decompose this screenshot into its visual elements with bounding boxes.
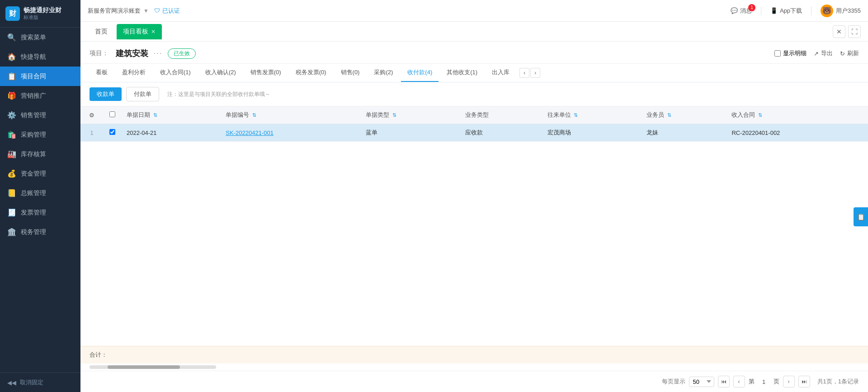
sidebar-item-capital[interactable]: 💰 资金管理	[0, 164, 80, 183]
subtab-sales-invoice[interactable]: 销售发票(0)	[244, 64, 288, 82]
filter-note: 注：这里是与项目关联的全部收付款单哦～	[167, 91, 270, 98]
user-menu[interactable]: 🐻 用户3355	[821, 5, 861, 17]
row-checkbox[interactable]	[109, 129, 115, 135]
page-prev-btn[interactable]: ‹	[733, 376, 745, 387]
project-header-actions: 显示明细 ↗ 导出 ↻ 刷新	[774, 49, 859, 57]
tax-icon: 🏛️	[7, 228, 16, 236]
scrollbar-thumb[interactable]	[108, 365, 180, 369]
purchase-mgmt-label: 采购管理	[21, 131, 46, 139]
page-next-btn[interactable]: ›	[783, 376, 795, 387]
invoice-label: 发票管理	[21, 209, 46, 217]
row-biz-type: 应收款	[460, 124, 542, 142]
project-name: 新服务官网演示账套	[88, 7, 141, 15]
col-income-contract: 收入合同 ⇅	[726, 106, 868, 124]
sort-type-icon[interactable]: ⇅	[392, 112, 396, 118]
row-date: 2022-04-21	[121, 124, 220, 142]
sidebar-item-invoice[interactable]: 🧾 发票管理	[0, 203, 80, 222]
project-selector[interactable]: 新服务官网演示账套 ▼	[88, 7, 149, 15]
receipts-table: ⚙ 单据日期 ⇅ 单据编号 ⇅	[80, 106, 868, 142]
sort-salesperson-icon[interactable]: ⇅	[667, 112, 671, 118]
row-number-link[interactable]: SK-20220421-001	[226, 129, 274, 136]
tax-label: 税务管理	[21, 228, 46, 236]
invoice-icon: 🧾	[7, 208, 16, 217]
subtab-next-btn[interactable]: ›	[530, 68, 540, 78]
topbar-divider-2	[811, 6, 811, 15]
subtab-income-contract[interactable]: 收入合同(1)	[154, 64, 197, 82]
capital-icon: 💰	[7, 169, 16, 178]
per-page-label: 每页显示	[662, 378, 685, 386]
marketing-label: 营销推广	[21, 92, 46, 100]
table-row[interactable]: 1 2022-04-21 SK-20220421-001 蓝单 应收款 宏茂商场…	[80, 124, 868, 142]
sort-date-icon[interactable]: ⇅	[153, 112, 157, 118]
sidebar-unpin-btn[interactable]: ◀◀ 取消固定	[0, 373, 80, 392]
pagination: 每页显示 50 20 100 ⏮ ‹ 第 1 页 › ⏭ 共1页，1条记录	[80, 371, 868, 392]
col-date: 单据日期 ⇅	[121, 106, 220, 124]
sidebar-item-sales-mgmt[interactable]: ⚙️ 销售管理	[0, 105, 80, 125]
subtab-prev-btn[interactable]: ‹	[519, 68, 529, 78]
project-more-btn[interactable]: ···	[154, 49, 162, 57]
phone-icon: 📱	[770, 7, 778, 14]
verified-badge: 🛡 已认证	[154, 7, 180, 15]
tab-home[interactable]: 首页	[88, 24, 115, 39]
sidebar-item-search[interactable]: 🔍 搜索菜单	[0, 28, 80, 47]
ledger-label: 总账管理	[21, 189, 46, 197]
tab-maximize-btn[interactable]: ⛶	[848, 25, 861, 38]
tab-end-actions: ✕ ⛶	[833, 25, 861, 38]
topbar-actions: 💬 消息 1 📱 App下载 🐻 用户3355	[731, 5, 861, 17]
per-page-select[interactable]: 50 20 100	[689, 377, 714, 387]
tab-project-board[interactable]: 项目看板 ✕	[117, 24, 162, 39]
show-detail-checkbox[interactable]: 显示明细	[774, 49, 807, 57]
subtab-sales[interactable]: 销售(0)	[335, 64, 366, 82]
sidebar-item-project-contract[interactable]: 📋 项目合同	[0, 67, 80, 86]
topbar-divider-1	[761, 6, 761, 15]
project-name: 建筑安装	[116, 48, 148, 59]
sort-contract-icon[interactable]: ⇅	[758, 112, 762, 118]
row-checkbox-cell	[103, 124, 121, 142]
sidebar-item-quick-nav[interactable]: 🏠 快捷导航	[0, 47, 80, 67]
sales-mgmt-icon: ⚙️	[7, 111, 16, 120]
refresh-btn[interactable]: ↻ 刷新	[840, 49, 859, 57]
subtab-other-income[interactable]: 其他收支(1)	[440, 64, 484, 82]
user-avatar: 🐻	[821, 5, 833, 17]
col-checkbox	[103, 106, 121, 124]
sidebar-item-ledger[interactable]: 📒 总账管理	[0, 183, 80, 203]
subtab-receipts[interactable]: 收付款(4)	[401, 64, 439, 82]
sidebar-item-inventory[interactable]: 🏭 库存核算	[0, 144, 80, 164]
tab-close-btn[interactable]: ✕	[833, 25, 845, 38]
col-settings[interactable]: ⚙	[80, 106, 103, 124]
filter-row: 收款单 付款单 注：这里是与项目关联的全部收付款单哦～	[80, 82, 868, 106]
show-detail-input[interactable]	[774, 50, 781, 57]
app-download-btn[interactable]: 📱 App下载	[770, 7, 802, 15]
tab-close-icon[interactable]: ✕	[151, 29, 156, 35]
subtab-income-confirm[interactable]: 收入确认(2)	[199, 64, 242, 82]
export-btn[interactable]: ↗ 导出	[814, 49, 833, 57]
subtab-warehouse[interactable]: 出入库	[486, 64, 516, 82]
select-all-checkbox[interactable]	[109, 111, 115, 117]
horizontal-scrollbar[interactable]	[90, 365, 216, 369]
page-last-btn[interactable]: ⏭	[798, 376, 810, 387]
float-panel-icon[interactable]: 📋	[854, 207, 868, 226]
subtab-purchase[interactable]: 采购(2)	[368, 64, 399, 82]
payment-btn[interactable]: 付款单	[126, 87, 159, 101]
inventory-icon: 🏭	[7, 150, 16, 158]
quick-nav-icon: 🏠	[7, 53, 16, 61]
sort-number-icon[interactable]: ⇅	[252, 112, 256, 118]
sidebar-item-marketing[interactable]: 🎁 营销推广	[0, 86, 80, 105]
shield-icon: 🛡	[154, 7, 160, 14]
subtab-kanban[interactable]: 看板	[90, 64, 114, 82]
page-first-btn[interactable]: ⏮	[718, 376, 730, 387]
quick-nav-label: 快捷导航	[21, 53, 46, 61]
capital-label: 资金管理	[21, 170, 46, 178]
tabbar: 首页 项目看板 ✕ ✕ ⛶	[80, 22, 868, 42]
sidebar-item-purchase-mgmt[interactable]: 🛍️ 采购管理	[0, 125, 80, 144]
sidebar-item-tax[interactable]: 🏛️ 税务管理	[0, 222, 80, 242]
row-income-contract: RC-20220401-002	[726, 124, 868, 142]
main-area: 新服务官网演示账套 ▼ 🛡 已认证 💬 消息 1 📱 App下载 🐻 用户335…	[80, 0, 868, 392]
sales-mgmt-label: 销售管理	[21, 111, 46, 120]
subtab-profit[interactable]: 盈利分析	[116, 64, 152, 82]
subtab-tax-invoice[interactable]: 税务发票(0)	[289, 64, 333, 82]
messages-btn[interactable]: 💬 消息 1	[731, 7, 752, 15]
sort-partner-icon[interactable]: ⇅	[574, 112, 578, 118]
refresh-icon: ↻	[840, 50, 845, 57]
receipt-btn[interactable]: 收款单	[90, 87, 122, 101]
